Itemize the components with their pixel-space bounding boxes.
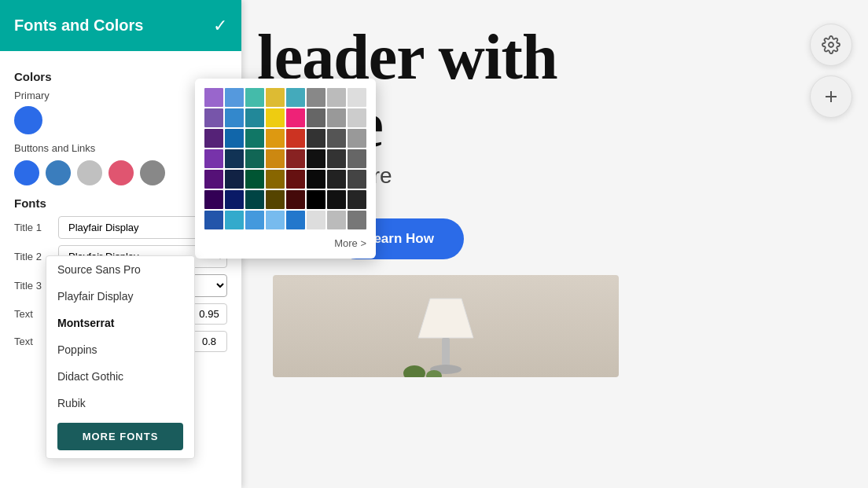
sidebar-title: Fonts and Colors bbox=[14, 17, 143, 35]
color-cell-15[interactable] bbox=[348, 108, 366, 127]
color-cell-11[interactable] bbox=[266, 108, 285, 127]
color-cell-34[interactable] bbox=[245, 170, 264, 189]
color-cell-26[interactable] bbox=[245, 149, 264, 168]
color-cell-8[interactable] bbox=[204, 108, 223, 127]
font-option-didact[interactable]: Didact Gothic bbox=[46, 363, 194, 390]
lamp-illustration bbox=[273, 275, 619, 377]
color-cell-39[interactable] bbox=[348, 170, 366, 189]
color-cell-13[interactable] bbox=[307, 108, 326, 127]
color-cell-54[interactable] bbox=[327, 211, 346, 229]
color-cell-45[interactable] bbox=[307, 190, 326, 209]
svg-point-3 bbox=[403, 365, 425, 377]
swatch-blue[interactable] bbox=[14, 160, 39, 185]
color-cell-4[interactable] bbox=[286, 88, 305, 107]
fab-group bbox=[810, 24, 852, 118]
check-icon[interactable]: ✓ bbox=[213, 16, 227, 36]
color-cell-1[interactable] bbox=[225, 88, 244, 107]
color-cell-40[interactable] bbox=[204, 190, 223, 209]
color-cell-6[interactable] bbox=[327, 88, 346, 107]
color-cell-35[interactable] bbox=[266, 170, 285, 189]
color-cell-12[interactable] bbox=[286, 108, 305, 127]
font-option-source-sans[interactable]: Source Sans Pro bbox=[46, 256, 194, 283]
swatch-gray[interactable] bbox=[77, 160, 102, 185]
color-cell-33[interactable] bbox=[225, 170, 244, 189]
more-colors-link[interactable]: More > bbox=[204, 237, 366, 249]
color-cell-21[interactable] bbox=[307, 129, 326, 148]
color-cell-53[interactable] bbox=[307, 211, 326, 229]
color-cell-31[interactable] bbox=[348, 149, 366, 168]
color-cell-43[interactable] bbox=[266, 190, 285, 209]
color-cell-49[interactable] bbox=[225, 211, 244, 229]
color-cell-20[interactable] bbox=[286, 129, 305, 148]
sidebar-header: Fonts and Colors ✓ bbox=[0, 0, 241, 51]
color-cell-27[interactable] bbox=[266, 149, 285, 168]
color-cell-9[interactable] bbox=[225, 108, 244, 127]
settings-fab[interactable] bbox=[810, 24, 852, 66]
color-cell-25[interactable] bbox=[225, 149, 244, 168]
svg-point-5 bbox=[829, 42, 833, 47]
color-cell-44[interactable] bbox=[286, 190, 305, 209]
font-dropdown-list: Source Sans Pro Playfair Display Montser… bbox=[46, 255, 195, 459]
color-cell-19[interactable] bbox=[266, 129, 285, 148]
gear-icon bbox=[822, 35, 840, 54]
color-cell-32[interactable] bbox=[204, 170, 223, 189]
color-cell-36[interactable] bbox=[286, 170, 305, 189]
swatch-pink[interactable] bbox=[108, 160, 134, 185]
lamp-svg bbox=[399, 283, 493, 377]
color-cell-55[interactable] bbox=[348, 211, 366, 229]
color-cell-0[interactable] bbox=[204, 88, 223, 107]
font-option-poppins[interactable]: Poppins bbox=[46, 336, 194, 363]
color-cell-52[interactable] bbox=[286, 211, 305, 229]
swatch-dark-gray[interactable] bbox=[140, 160, 165, 185]
swatch-steel-blue[interactable] bbox=[46, 160, 71, 185]
text2-size-input[interactable] bbox=[191, 331, 227, 352]
color-cell-50[interactable] bbox=[245, 211, 264, 229]
font-option-montserrat[interactable]: Montserrat bbox=[46, 310, 194, 336]
color-cell-37[interactable] bbox=[307, 170, 326, 189]
color-cell-3[interactable] bbox=[266, 88, 285, 107]
color-cell-23[interactable] bbox=[348, 129, 366, 148]
color-cell-5[interactable] bbox=[307, 88, 326, 107]
color-cell-46[interactable] bbox=[327, 190, 346, 209]
color-cell-14[interactable] bbox=[327, 108, 346, 127]
title1-label: Title 1 bbox=[14, 222, 52, 233]
svg-marker-0 bbox=[418, 299, 473, 338]
color-cell-24[interactable] bbox=[204, 149, 223, 168]
color-cell-51[interactable] bbox=[266, 211, 285, 229]
hero-image bbox=[273, 275, 619, 377]
color-cell-29[interactable] bbox=[307, 149, 326, 168]
color-cell-7[interactable] bbox=[348, 88, 366, 107]
color-cell-41[interactable] bbox=[225, 190, 244, 209]
font-option-rubik[interactable]: Rubik bbox=[46, 390, 194, 416]
add-fab[interactable] bbox=[810, 75, 852, 118]
color-grid bbox=[204, 88, 366, 229]
color-cell-38[interactable] bbox=[327, 170, 346, 189]
color-cell-18[interactable] bbox=[245, 129, 264, 148]
primary-color-button[interactable] bbox=[14, 106, 42, 134]
color-cell-42[interactable] bbox=[245, 190, 264, 209]
font-option-playfair[interactable]: Playfair Display bbox=[46, 283, 194, 310]
color-cell-10[interactable] bbox=[245, 108, 264, 127]
color-picker-popup: More > bbox=[195, 79, 376, 259]
color-cell-48[interactable] bbox=[204, 211, 223, 229]
color-cell-28[interactable] bbox=[286, 149, 305, 168]
color-cell-47[interactable] bbox=[348, 190, 366, 209]
more-fonts-button[interactable]: MORE FONTS bbox=[57, 423, 183, 450]
text1-size-input[interactable] bbox=[191, 303, 227, 325]
color-cell-16[interactable] bbox=[204, 129, 223, 148]
color-cell-22[interactable] bbox=[327, 129, 346, 148]
plus-icon bbox=[822, 87, 840, 106]
color-cell-2[interactable] bbox=[245, 88, 264, 107]
color-cell-17[interactable] bbox=[225, 129, 244, 148]
color-cell-30[interactable] bbox=[327, 149, 346, 168]
